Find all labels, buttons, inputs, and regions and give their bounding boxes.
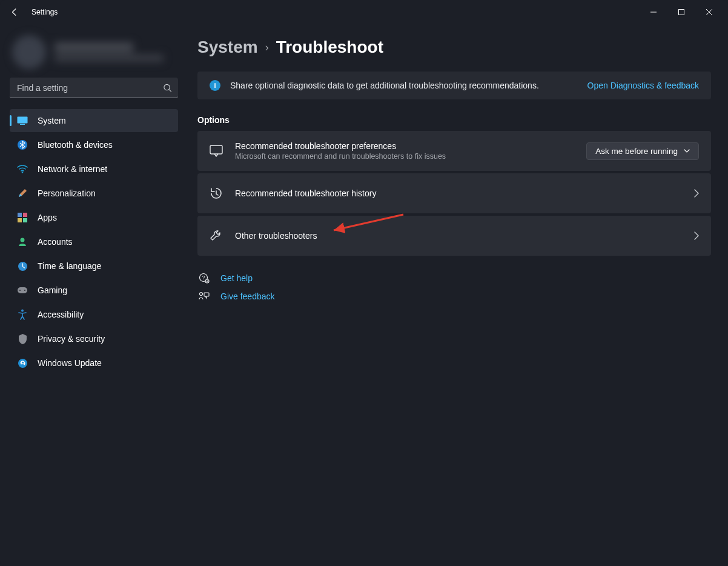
sidebar-item-system[interactable]: System bbox=[10, 109, 178, 132]
open-diagnostics-link[interactable]: Open Diagnostics & feedback bbox=[587, 81, 699, 90]
back-button[interactable] bbox=[5, 2, 24, 22]
sidebar-item-network[interactable]: Network & internet bbox=[10, 158, 178, 181]
wifi-icon bbox=[17, 164, 28, 175]
sidebar-item-label: Gaming bbox=[38, 285, 67, 295]
sidebar-item-label: System bbox=[38, 116, 66, 125]
svg-rect-9 bbox=[23, 218, 27, 222]
svg-point-21 bbox=[200, 293, 203, 296]
svg-point-16 bbox=[18, 359, 27, 368]
svg-text:?: ? bbox=[202, 275, 205, 281]
svg-rect-6 bbox=[18, 213, 22, 217]
diagnostic-banner: i Share optional diagnostic data to get … bbox=[197, 72, 711, 99]
sidebar-item-label: Apps bbox=[38, 213, 57, 222]
sidebar-item-label: Privacy & security bbox=[38, 334, 105, 344]
shield-icon bbox=[17, 333, 28, 344]
search-icon bbox=[163, 84, 172, 93]
breadcrumb-parent[interactable]: System bbox=[197, 38, 258, 57]
chat-icon bbox=[210, 144, 223, 158]
help-link-label: Get help bbox=[220, 273, 253, 283]
svg-rect-17 bbox=[210, 145, 222, 154]
chevron-right-icon bbox=[694, 231, 699, 240]
give-feedback-link[interactable]: Give feedback bbox=[199, 291, 711, 302]
chevron-down-icon bbox=[684, 149, 690, 153]
svg-rect-2 bbox=[18, 117, 28, 124]
card-subtitle: Microsoft can recommend and run troubles… bbox=[235, 152, 574, 161]
sidebar-item-label: Network & internet bbox=[38, 164, 107, 174]
svg-point-13 bbox=[19, 290, 21, 291]
banner-text: Share optional diagnostic data to get ad… bbox=[230, 81, 578, 90]
system-icon bbox=[17, 115, 28, 126]
svg-point-1 bbox=[164, 84, 170, 90]
history-icon bbox=[210, 187, 223, 200]
svg-rect-7 bbox=[23, 213, 27, 217]
sidebar-item-accessibility[interactable]: Accessibility bbox=[10, 303, 178, 326]
get-help-link[interactable]: ? Get help bbox=[199, 273, 711, 284]
sidebar-item-bluetooth[interactable]: Bluetooth & devices bbox=[10, 133, 178, 156]
svg-point-15 bbox=[21, 310, 24, 312]
clock-icon bbox=[17, 261, 28, 271]
breadcrumb: System › Troubleshoot bbox=[197, 38, 711, 57]
troubleshooter-history-card[interactable]: Recommended troubleshooter history bbox=[197, 173, 711, 213]
other-troubleshooters-card[interactable]: Other troubleshooters bbox=[197, 216, 711, 256]
sidebar-item-accounts[interactable]: Accounts bbox=[10, 230, 178, 253]
options-section-label: Options bbox=[197, 115, 711, 125]
update-icon bbox=[17, 358, 28, 368]
svg-rect-0 bbox=[679, 10, 684, 15]
sidebar-item-personalization[interactable]: Personalization bbox=[10, 182, 178, 205]
sidebar-item-apps[interactable]: Apps bbox=[10, 206, 178, 229]
minimize-button[interactable] bbox=[640, 2, 667, 22]
sidebar-item-label: Windows Update bbox=[38, 358, 102, 368]
svg-point-10 bbox=[21, 238, 25, 242]
sidebar-item-label: Accounts bbox=[38, 237, 73, 247]
person-icon bbox=[17, 236, 28, 247]
preferences-dropdown[interactable]: Ask me before running bbox=[586, 142, 699, 160]
maximize-button[interactable] bbox=[667, 2, 695, 22]
sidebar-item-privacy[interactable]: Privacy & security bbox=[10, 327, 178, 350]
chevron-right-icon: › bbox=[265, 41, 269, 54]
sidebar-item-windows-update[interactable]: Windows Update bbox=[10, 351, 178, 375]
info-icon: i bbox=[210, 80, 220, 91]
troubleshooter-preferences-card[interactable]: Recommended troubleshooter preferences M… bbox=[197, 131, 711, 171]
apps-icon bbox=[17, 212, 28, 223]
chevron-right-icon bbox=[694, 189, 699, 198]
sidebar-item-label: Accessibility bbox=[38, 310, 84, 319]
window-title: Settings bbox=[31, 8, 58, 16]
page-title: Troubleshoot bbox=[276, 38, 383, 57]
sidebar-item-gaming[interactable]: Gaming bbox=[10, 279, 178, 302]
svg-point-5 bbox=[22, 171, 23, 173]
user-profile-block[interactable] bbox=[10, 30, 178, 74]
card-title: Recommended troubleshooter preferences bbox=[235, 141, 574, 151]
wrench-icon bbox=[210, 229, 223, 242]
feedback-link-label: Give feedback bbox=[220, 291, 275, 301]
svg-rect-8 bbox=[18, 218, 22, 222]
help-icon: ? bbox=[199, 273, 210, 284]
accessibility-icon bbox=[17, 309, 28, 320]
search-input[interactable] bbox=[10, 78, 178, 98]
close-button[interactable] bbox=[695, 2, 723, 22]
sidebar-item-label: Time & language bbox=[38, 261, 101, 271]
card-title: Other troubleshooters bbox=[235, 231, 682, 241]
gamepad-icon bbox=[17, 285, 28, 296]
paintbrush-icon bbox=[17, 188, 28, 199]
svg-point-14 bbox=[24, 290, 25, 291]
sidebar-item-label: Personalization bbox=[38, 188, 96, 198]
bluetooth-icon bbox=[17, 139, 28, 150]
sidebar-item-time-language[interactable]: Time & language bbox=[10, 255, 178, 278]
card-title: Recommended troubleshooter history bbox=[235, 188, 682, 198]
svg-rect-3 bbox=[20, 124, 25, 125]
feedback-icon bbox=[199, 291, 210, 302]
svg-rect-22 bbox=[204, 293, 209, 296]
sidebar-item-label: Bluetooth & devices bbox=[38, 140, 113, 150]
svg-rect-12 bbox=[18, 287, 27, 293]
